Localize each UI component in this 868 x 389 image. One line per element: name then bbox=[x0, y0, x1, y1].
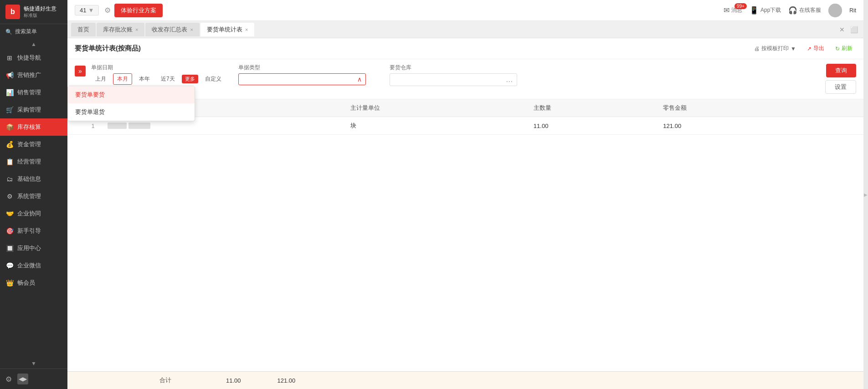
type-filter-input[interactable]: ∧ bbox=[238, 73, 366, 85]
dropdown-option-order[interactable]: 要货单要货 bbox=[68, 86, 195, 103]
page-actions: 🖨 按模板打印 ▼ ↗ 导出 ↻ 刷新 bbox=[750, 43, 856, 54]
version-label: 标准版 bbox=[24, 12, 56, 19]
sidebar-item-marketing[interactable]: 📢 营销推广 bbox=[0, 67, 67, 84]
date-btn-7days[interactable]: 近7天 bbox=[157, 73, 179, 85]
tab-receive-summary[interactable]: 收发存汇总表 × bbox=[145, 23, 199, 36]
type-input-field[interactable] bbox=[242, 76, 357, 83]
query-button[interactable]: 查询 bbox=[826, 64, 856, 77]
sidebar-scroll-down[interactable]: ▼ bbox=[30, 359, 37, 368]
enterprise-icon: 🤝 bbox=[5, 210, 14, 218]
export-btn[interactable]: ↗ 导出 bbox=[803, 43, 828, 54]
sidebar-item-system[interactable]: ⚙ 系统管理 bbox=[0, 188, 67, 205]
sidebar-item-guide[interactable]: 🎯 新手引导 bbox=[0, 222, 67, 240]
date-filter-label: 单据日期 bbox=[91, 64, 226, 72]
sidebar-bottom: ⚙ ◀▶ bbox=[0, 369, 67, 389]
tab-home[interactable]: 首页 bbox=[71, 23, 96, 36]
warehouse-input-field[interactable] bbox=[394, 77, 506, 83]
right-panel-icon: ▶ bbox=[864, 192, 868, 197]
maximize-btn[interactable]: ⬜ bbox=[848, 25, 860, 34]
shortcut-icon: ⊞ bbox=[5, 54, 14, 62]
sidebar-item-finance[interactable]: 💰 资金管理 bbox=[0, 136, 67, 153]
warehouse-more-icon[interactable]: … bbox=[506, 76, 513, 84]
search-icon: 🔍 bbox=[5, 29, 12, 35]
settings-bottom-icon[interactable]: ⚙ bbox=[5, 375, 12, 384]
sidebar-item-label: 快捷导航 bbox=[17, 54, 41, 62]
tab-receive-summary-close[interactable]: × bbox=[190, 27, 193, 32]
sidebar-item-label: 畅会员 bbox=[17, 279, 35, 287]
sidebar-item-shortcut[interactable]: ⊞ 快捷导航 bbox=[0, 49, 67, 67]
td-amount: 121.00 bbox=[657, 117, 814, 135]
tab-order-summary-close[interactable]: × bbox=[245, 27, 248, 32]
product-placeholder-2 bbox=[128, 123, 150, 129]
tab-inventory-batch[interactable]: 库存批次账 × bbox=[97, 23, 144, 36]
sidebar-item-label: 系统管理 bbox=[17, 192, 41, 200]
sidebar-logo: b 畅捷通好生意 标准版 bbox=[0, 0, 67, 24]
right-panel-toggle[interactable]: ▶ bbox=[863, 0, 868, 389]
sidebar-item-label: 基础信息 bbox=[17, 175, 41, 183]
sidebar-nav: ⊞ 快捷导航 📢 营销推广 📊 销售管理 🛒 采购管理 📦 库存核算 💰 资金管… bbox=[0, 49, 67, 358]
message-group[interactable]: ✉ 消息 99+ bbox=[724, 6, 742, 15]
sidebar-scroll-up[interactable]: ▲ bbox=[30, 40, 37, 48]
sidebar-item-member[interactable]: 👑 畅会员 bbox=[0, 274, 67, 292]
close-all-btn[interactable]: ✕ bbox=[837, 25, 847, 34]
footer-qty: 11.00 bbox=[226, 377, 241, 384]
trial-button[interactable]: 体验行业方案 bbox=[114, 4, 163, 17]
dropdown-option-return[interactable]: 要货单退货 bbox=[68, 103, 195, 121]
type-chevron-icon[interactable]: ∧ bbox=[357, 76, 362, 83]
operation-icon: 📋 bbox=[5, 158, 14, 166]
tabs-bar-actions: ✕ ⬜ bbox=[837, 25, 860, 34]
system-icon: ⚙ bbox=[5, 192, 14, 200]
basic-icon: 🗂 bbox=[5, 175, 14, 183]
header-right: ✉ 消息 99+ 📱 App下载 🎧 在线客服 Rit bbox=[724, 4, 856, 17]
sidebar-item-wechat[interactable]: 💬 企业微信 bbox=[0, 257, 67, 274]
page-title: 要货单统计表(按商品) bbox=[75, 44, 141, 53]
print-template-btn[interactable]: 🖨 按模板打印 ▼ bbox=[750, 43, 800, 54]
sidebar-item-operation[interactable]: 📋 经营管理 bbox=[0, 153, 67, 170]
sidebar-item-appstore[interactable]: 🔲 应用中心 bbox=[0, 240, 67, 257]
sidebar-item-purchase[interactable]: 🛒 采购管理 bbox=[0, 101, 67, 118]
export-icon: ↗ bbox=[807, 46, 812, 52]
tab-order-summary[interactable]: 要货单统计表 × bbox=[200, 23, 254, 36]
tab-inventory-batch-close[interactable]: × bbox=[135, 27, 138, 32]
warehouse-filter-input[interactable]: … bbox=[390, 73, 517, 86]
date-btn-this-month[interactable]: 本月 bbox=[113, 73, 132, 85]
dropdown-option-order-label: 要货单要货 bbox=[75, 91, 105, 98]
marketing-icon: 📢 bbox=[5, 71, 14, 79]
date-btn-this-year[interactable]: 本年 bbox=[135, 73, 154, 85]
sidebar-item-inventory[interactable]: 📦 库存核算 bbox=[0, 118, 67, 136]
date-btn-last-month[interactable]: 上月 bbox=[91, 73, 110, 85]
sidebar-item-label: 采购管理 bbox=[17, 106, 41, 114]
sidebar-item-basic[interactable]: 🗂 基础信息 bbox=[0, 170, 67, 188]
product-placeholder-1 bbox=[108, 123, 127, 129]
header-settings-icon[interactable]: ⚙ bbox=[104, 6, 111, 15]
company-name: 畅捷通好生意 bbox=[24, 5, 56, 13]
th-unit: 主计量单位 bbox=[345, 99, 528, 117]
td-unit: 块 bbox=[345, 117, 528, 135]
tab-receive-summary-label: 收发存汇总表 bbox=[152, 26, 187, 34]
settings-button[interactable]: 设置 bbox=[825, 80, 856, 94]
footer-label: 合计 bbox=[73, 376, 171, 384]
search-menu[interactable]: 🔍 搜索菜单 bbox=[0, 24, 67, 39]
user-avatar[interactable] bbox=[828, 4, 842, 17]
wechat-icon: 💬 bbox=[5, 261, 14, 270]
service-group[interactable]: 🎧 在线客服 bbox=[788, 6, 821, 15]
type-dropdown: 要货单要货 要货单退货 bbox=[67, 86, 195, 121]
tabs-count-selector[interactable]: 41 ▼ bbox=[75, 5, 99, 15]
print-chevron: ▼ bbox=[791, 46, 796, 52]
username-label: Rit bbox=[849, 7, 856, 14]
date-custom-btn[interactable]: 自定义 bbox=[201, 73, 226, 85]
refresh-btn[interactable]: ↻ 刷新 bbox=[832, 43, 856, 54]
purchase-icon: 🛒 bbox=[5, 106, 14, 114]
sidebar-item-sales[interactable]: 📊 销售管理 bbox=[0, 84, 67, 101]
finance-icon: 💰 bbox=[5, 140, 14, 148]
avatar-text bbox=[828, 4, 842, 17]
footer-amount: 121.00 bbox=[277, 377, 296, 384]
date-more-btn[interactable]: 更多 bbox=[182, 75, 198, 83]
app-download-group[interactable]: 📱 App下载 bbox=[750, 6, 781, 15]
sidebar-collapse-btn[interactable]: ◀▶ bbox=[17, 374, 28, 384]
th-amount: 零售金额 bbox=[657, 99, 814, 117]
header-left: 41 ▼ ⚙ 体验行业方案 bbox=[75, 4, 163, 17]
sidebar-item-label: 企业协同 bbox=[17, 210, 41, 218]
filter-toggle-btn[interactable]: » bbox=[75, 66, 86, 77]
sidebar-item-enterprise[interactable]: 🤝 企业协同 bbox=[0, 205, 67, 222]
